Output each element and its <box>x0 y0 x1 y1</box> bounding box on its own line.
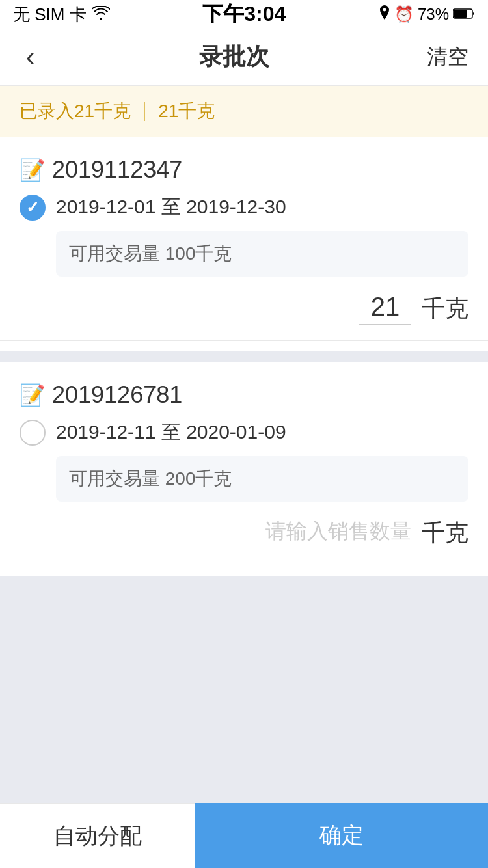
qty-placeholder-2[interactable]: 请输入销售数量 <box>20 517 411 549</box>
radio-unchecked-2[interactable] <box>20 420 46 446</box>
summary-label: 已录入21千克 <box>20 99 131 124</box>
radio-checked-1[interactable] <box>20 195 46 221</box>
location-icon <box>379 5 390 23</box>
alarm-icon: ⏰ <box>394 5 414 23</box>
batch-header-1: 📝 2019112347 <box>20 156 468 183</box>
status-time: 下午3:04 <box>202 0 286 29</box>
auto-assign-button[interactable]: 自动分配 <box>0 803 195 868</box>
wifi-icon <box>92 5 110 25</box>
page-title: 录批次 <box>199 41 269 73</box>
clear-button[interactable]: 清空 <box>427 43 468 72</box>
back-button[interactable]: ‹ <box>20 36 41 78</box>
no-sim-text: 无 SIM 卡 <box>13 3 87 26</box>
bottom-bar: 自动分配 确定 <box>0 803 488 868</box>
confirm-button[interactable]: 确定 <box>195 803 488 868</box>
batch-date-row-1[interactable]: 2019-12-01 至 2019-12-30 <box>20 194 468 221</box>
qty-input-row-2: 请输入销售数量 千克 <box>0 502 488 565</box>
battery-icon <box>453 5 475 23</box>
status-bar: 无 SIM 卡 下午3:04 ⏰ 73% <box>0 0 488 29</box>
batch-icon-1: 📝 <box>20 157 46 182</box>
svg-rect-1 <box>454 10 467 18</box>
available-qty-1: 可用交易量 100千克 <box>56 231 468 277</box>
batch-number-2: 2019126781 <box>52 381 182 409</box>
batch-icon-2: 📝 <box>20 383 46 407</box>
qty-unit-2: 千克 <box>422 517 468 549</box>
batch-date-2: 2019-12-11 至 2020-01-09 <box>56 419 286 446</box>
section-separator <box>0 351 488 362</box>
qty-unit-1: 千克 <box>422 293 468 325</box>
qty-value-1[interactable]: 21 <box>359 292 411 325</box>
available-qty-2: 可用交易量 200千克 <box>56 456 468 502</box>
batch-number-1: 2019112347 <box>52 156 182 183</box>
status-left: 无 SIM 卡 <box>13 3 110 26</box>
batch-item-2: 📝 2019126781 2019-12-11 至 2020-01-09 可用交… <box>0 362 488 502</box>
qty-input-row-1: 21 千克 <box>0 277 488 341</box>
batch-date-1: 2019-12-01 至 2019-12-30 <box>56 194 286 221</box>
summary-divider <box>144 102 145 121</box>
batch-date-row-2[interactable]: 2019-12-11 至 2020-01-09 <box>20 419 468 446</box>
battery-text: 73% <box>418 5 449 23</box>
batch-header-2: 📝 2019126781 <box>20 381 468 409</box>
nav-bar: ‹ 录批次 清空 <box>0 29 488 86</box>
batch-card-2: 📝 2019126781 2019-12-11 至 2020-01-09 可用交… <box>0 362 488 576</box>
batch-card-1: 📝 2019112347 2019-12-01 至 2019-12-30 可用交… <box>0 137 488 351</box>
background-area <box>0 576 488 836</box>
summary-value: 21千克 <box>158 99 215 124</box>
summary-bar: 已录入21千克 21千克 <box>0 86 488 137</box>
status-right: ⏰ 73% <box>379 5 475 23</box>
batch-item-1: 📝 2019112347 2019-12-01 至 2019-12-30 可用交… <box>0 137 488 277</box>
